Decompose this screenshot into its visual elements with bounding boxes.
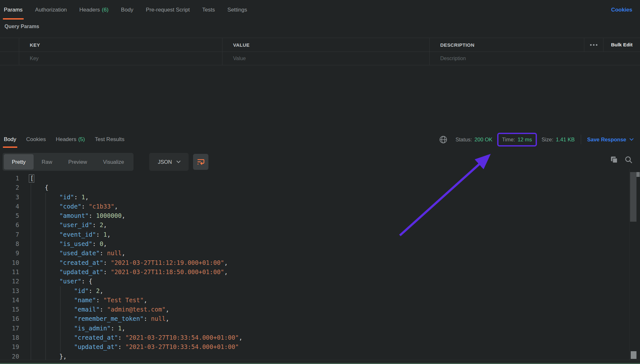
tab-authorization[interactable]: Authorization [35,0,67,20]
code-line: 12 "user": { [0,277,631,286]
tab-settings[interactable]: Settings [227,0,247,20]
line-number: 1 [0,174,19,183]
time-indicator-highlight-box: Time: 12 ms [497,133,537,146]
code-line: 19 "updated_at": "2021-03-27T10:33:54.00… [0,342,631,352]
wrap-lines-button[interactable] [193,154,208,170]
size-value: 1.41 KB [556,137,575,143]
key-input[interactable]: Key [19,52,223,65]
response-body-editor[interactable]: 1[2 {3 "id": 1,4 "code": "c1b33",5 "amou… [0,174,631,360]
more-actions-icon [590,44,597,46]
format-selected-value: JSON [158,159,172,165]
tab-label: Body [4,136,16,143]
line-number: 12 [0,277,19,286]
query-params-table: KEY VALUE DESCRIPTION Bulk Edit Key Valu… [0,38,640,65]
time-value: 12 ms [518,137,532,143]
search-button[interactable] [624,155,633,164]
tab-headers[interactable]: Headers(6) [79,0,109,20]
tab-label: Pre-request Script [146,7,190,13]
chevron-down-icon [176,159,181,163]
tab-label: Headers [56,136,76,143]
view-tab-raw[interactable]: Raw [34,154,60,170]
code-line: 18 "created_at": "2021-03-27T10:33:54.00… [0,333,631,342]
line-number: 2 [0,183,19,192]
line-number: 9 [0,249,19,258]
code-line: 20 }, [0,352,631,360]
response-tab-bar: Body Cookies Headers(5) Test Results Sta… [0,129,640,150]
divider [581,135,581,144]
tab-label: Params [4,7,23,13]
status-indicator: Status: 200 OK [456,137,492,143]
tab-tests[interactable]: Tests [202,0,215,20]
column-header-value: VALUE [223,38,430,51]
code-line: 7 "event_id": 1, [0,230,631,239]
code-line: 14 "name": "Test Test", [0,296,631,305]
code-line: 6 "user_id": 2, [0,220,631,230]
cookies-link[interactable]: Cookies [611,0,632,20]
bottom-bar [0,360,640,364]
line-number: 5 [0,211,19,220]
tab-label: Authorization [35,7,67,13]
code-line: 16 "remember_me_token": null, [0,314,631,323]
tab-response-headers[interactable]: Headers(5) [56,129,85,150]
tab-response-body[interactable]: Body [4,129,16,150]
scrollbar-handle[interactable] [631,351,636,359]
param-input-row: Key Value Description [0,51,640,65]
code-line: 15 "email": "admin@test.com", [0,305,631,314]
tab-response-cookies[interactable]: Cookies [26,129,46,150]
code-line: 8 "is_used": 0, [0,239,631,249]
tab-label: Cookies [26,136,46,143]
tab-body[interactable]: Body [121,0,134,20]
value-input[interactable]: Value [223,52,430,65]
tab-label: Settings [227,7,247,13]
view-tab-preview[interactable]: Preview [60,154,95,170]
bulk-edit-label: Bulk Edit [611,42,632,48]
format-dropdown[interactable]: JSON [149,153,189,171]
globe-icon [439,135,448,144]
description-placeholder: Description [440,56,466,61]
query-params-title: Query Params [4,24,39,29]
code-line: 4 "code": "c1b33", [0,202,631,211]
code-lines: 1[2 {3 "id": 1,4 "code": "c1b33",5 "amou… [0,174,631,360]
code-line: 11 "updated_at": "2021-03-27T11:18:50.00… [0,267,631,277]
scrollbar-thumb[interactable] [630,172,636,222]
tab-label: Test Results [95,136,125,143]
more-actions-button[interactable] [584,38,604,51]
bulk-edit-button[interactable]: Bulk Edit [604,38,640,51]
code-line: 17 "is_admin": 1, [0,324,631,333]
tab-label: Body [121,7,134,13]
copy-button[interactable] [610,155,619,164]
copy-icon [610,155,619,164]
line-number: 16 [0,314,19,323]
key-placeholder: Key [30,56,39,61]
line-number: 18 [0,333,19,342]
response-toolbar: Pretty Raw Preview Visualize JSON [0,152,640,171]
code-line: 9 "used_date": null, [0,249,631,258]
tab-params[interactable]: Params [4,0,23,20]
tab-test-results[interactable]: Test Results [95,129,125,150]
value-placeholder: Value [233,56,246,61]
response-meta: Status: 200 OK Time: 12 ms Size: 1.41 KB… [439,129,633,150]
status-label: Status: [456,137,472,143]
line-number: 13 [0,286,19,296]
size-label: Size: [542,137,554,143]
line-number: 7 [0,230,19,239]
save-response-button[interactable]: Save Response [587,137,633,143]
line-number: 6 [0,220,19,230]
tab-pre-request-script[interactable]: Pre-request Script [146,0,190,20]
line-number: 8 [0,239,19,249]
indent-guide [60,286,61,352]
code-line: 1[ [0,174,631,183]
tab-count-badge: (6) [102,7,109,13]
postman-request-response-panel: Params Authorization Headers(6) Body Pre… [0,0,640,364]
code-line: 10 "created_at": "2021-03-27T11:12:19.00… [0,258,631,267]
description-input[interactable]: Description [430,52,640,65]
row-select-cell [0,38,19,51]
table-header-row: KEY VALUE DESCRIPTION Bulk Edit [0,38,640,51]
code-line: 2 { [0,183,631,192]
column-header-description: DESCRIPTION [430,38,584,51]
indent-guide [45,193,46,360]
view-tab-pretty[interactable]: Pretty [4,154,34,170]
bracket-match-highlight [29,174,34,183]
tab-label: Headers [79,7,100,13]
view-tab-visualize[interactable]: Visualize [95,154,132,170]
